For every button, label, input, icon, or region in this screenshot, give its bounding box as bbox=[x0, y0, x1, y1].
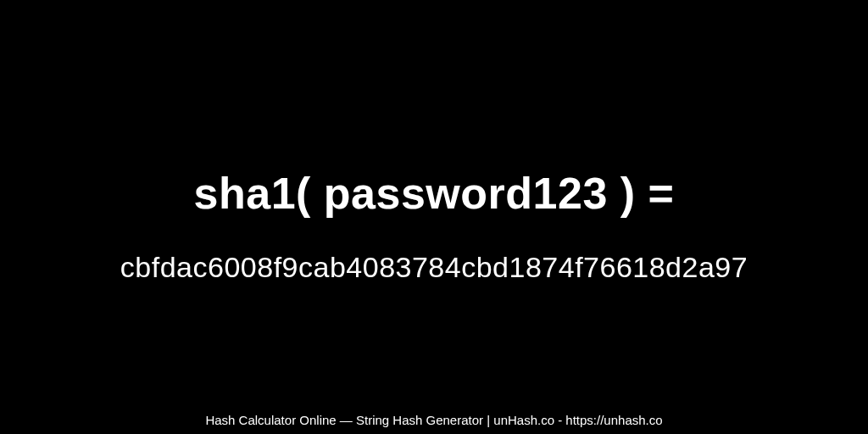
footer-attribution: Hash Calculator Online — String Hash Gen… bbox=[0, 413, 868, 427]
hash-result-value: cbfdac6008f9cab4083784cbd1874f76618d2a97 bbox=[120, 251, 748, 284]
hash-expression-heading: sha1( password123 ) = bbox=[194, 168, 675, 219]
main-content: sha1( password123 ) = cbfdac6008f9cab408… bbox=[120, 17, 748, 434]
